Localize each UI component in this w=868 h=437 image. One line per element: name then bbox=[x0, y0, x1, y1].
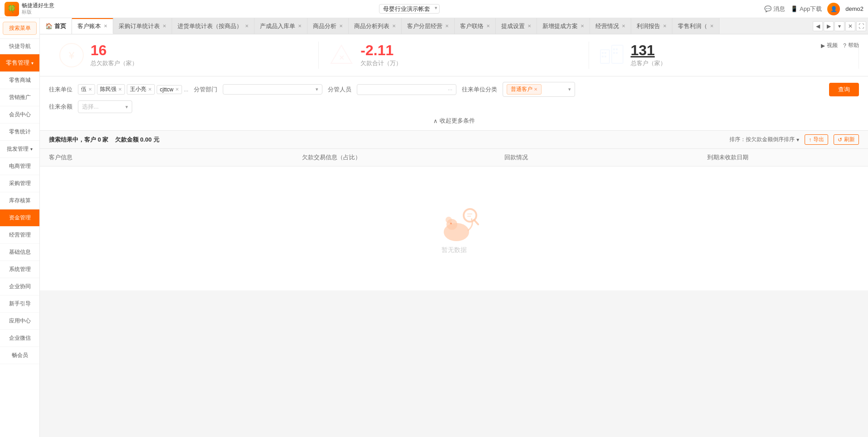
refresh-icon: ↺ bbox=[838, 137, 842, 143]
sidebar-item-wholesale[interactable]: 批发管理 ▾ bbox=[0, 141, 39, 158]
tab-promotion-settings[interactable]: 提成设置 ✕ bbox=[496, 18, 537, 34]
capital-label: 资金管理 bbox=[9, 214, 31, 222]
sidebar-item-app-center[interactable]: 应用中心 bbox=[0, 313, 39, 330]
tab-ops-status[interactable]: 经营情况 ✕ bbox=[590, 18, 631, 34]
user-avatar[interactable]: 👤 bbox=[827, 3, 840, 15]
tab-production-close[interactable]: ✕ bbox=[298, 24, 302, 28]
sidebar-item-basic-info[interactable]: 基础信息 bbox=[0, 244, 39, 261]
tab-product-analysis[interactable]: 商品分析 ✕ bbox=[307, 18, 349, 34]
sidebar-item-purchase[interactable]: 采购管理 bbox=[0, 175, 39, 192]
marketing-label: 营销推广 bbox=[9, 94, 31, 101]
sidebar-item-member[interactable]: 会员中心 bbox=[0, 106, 39, 124]
refresh-btn[interactable]: ↺ 刷新 bbox=[834, 134, 859, 145]
sidebar-item-marketing[interactable]: 营销推广 bbox=[0, 89, 39, 106]
total-credit-customers-label: 总欠款客户（家） bbox=[91, 59, 138, 67]
svg-point-17 bbox=[450, 223, 452, 224]
sidebar-item-system[interactable]: 系统管理 bbox=[0, 261, 39, 278]
sidebar-item-retail-mgmt[interactable]: 零售管理 ▾ bbox=[0, 54, 39, 72]
help-btn[interactable]: ? 帮助 bbox=[843, 42, 859, 49]
person-label: 分管人员 bbox=[328, 86, 351, 94]
tenant-select[interactable]: 母婴行业演示帐套 bbox=[379, 4, 440, 14]
col-date-label: 到期未收款日期 bbox=[707, 154, 748, 161]
tab-ops-close[interactable]: ✕ bbox=[622, 24, 625, 28]
tag-wu-close[interactable]: ✕ bbox=[88, 87, 92, 92]
tab-close-all-btn[interactable]: ✕ bbox=[845, 21, 855, 31]
tab-next-btn[interactable]: ▶ bbox=[824, 21, 834, 31]
quick-nav-btn[interactable]: 快捷导航 bbox=[0, 39, 39, 54]
tab-inventory-stats[interactable]: 进货单统计表（按商品） ✕ bbox=[172, 18, 254, 34]
dept-label: 分管部门 bbox=[194, 86, 217, 94]
sidebar-item-capital[interactable]: 资金管理 bbox=[0, 209, 39, 227]
empty-state: 暂无数据 bbox=[40, 166, 868, 290]
tab-retail-profit[interactable]: 零售利润（ ✕ bbox=[672, 18, 719, 34]
tab-purchase-order[interactable]: 采购订单统计表 ✕ bbox=[113, 18, 172, 34]
unit-category-select[interactable]: 普通客户 ✕ ▾ bbox=[503, 82, 575, 97]
dept-select[interactable]: ▾ bbox=[223, 84, 322, 95]
credit-icon: ✕ bbox=[328, 42, 355, 69]
total-credit-number: -2.11 bbox=[360, 43, 402, 57]
tag-chen-close[interactable]: ✕ bbox=[118, 87, 122, 92]
tab-accounts-receivable-close[interactable]: ✕ bbox=[104, 24, 107, 28]
sidebar-item-operations[interactable]: 经营管理 bbox=[0, 227, 39, 244]
tab-prev-btn[interactable]: ◀ bbox=[813, 21, 823, 31]
sidebar-item-vip[interactable]: 畅会员 bbox=[0, 347, 39, 364]
tab-home[interactable]: 🏠 首页 bbox=[40, 18, 72, 34]
svg-line-19 bbox=[474, 220, 478, 224]
sidebar-item-newbie[interactable]: 新手引导 bbox=[0, 295, 39, 313]
sidebar-item-wechat[interactable]: 企业微信 bbox=[0, 330, 39, 347]
message-btn[interactable]: 💬 消息 bbox=[764, 5, 785, 13]
tenant-wrapper[interactable]: 母婴行业演示帐套 bbox=[379, 4, 440, 14]
app-download-btn[interactable]: 📱 App下载 bbox=[791, 5, 822, 13]
filter-tag-cjttcw[interactable]: cjttcw ✕ bbox=[157, 85, 182, 94]
filter-tag-chen[interactable]: 陈民强 ✕ bbox=[97, 84, 125, 95]
svg-rect-10 bbox=[613, 48, 615, 50]
balance-select[interactable]: 选择... ▾ bbox=[78, 100, 132, 113]
category-tag-close[interactable]: ✕ bbox=[534, 87, 537, 92]
refresh-label: 刷新 bbox=[844, 136, 855, 143]
sort-selector[interactable]: 排序：按欠款金额倒序排序 ▾ bbox=[729, 136, 799, 143]
sidebar-item-retail-stats[interactable]: 零售统计 bbox=[0, 124, 39, 141]
tab-profit-report[interactable]: 利润报告 ✕ bbox=[631, 18, 672, 34]
tab-analysis-list-close[interactable]: ✕ bbox=[392, 24, 396, 28]
tag-cjttcw-close[interactable]: ✕ bbox=[175, 87, 179, 92]
tab-profit-close[interactable]: ✕ bbox=[663, 24, 667, 28]
category-tag-normal[interactable]: 普通客户 ✕ bbox=[507, 84, 542, 95]
tab-new-promotion[interactable]: 新增提成方案 ✕ bbox=[537, 18, 590, 34]
video-btn[interactable]: ▶ 视频 bbox=[821, 42, 838, 49]
col-header-credit: 欠款交易信息（占比） bbox=[302, 153, 504, 162]
tab-accounts-receivable[interactable]: 客户账本 ✕ bbox=[72, 18, 113, 34]
tab-production-stock[interactable]: 产成品入库单 ✕ bbox=[254, 18, 307, 34]
export-btn[interactable]: ↑ 导出 bbox=[805, 134, 828, 145]
tab-customer-connect-close[interactable]: ✕ bbox=[486, 24, 490, 28]
collapse-btn[interactable]: ∧ 收起更多条件 bbox=[49, 117, 859, 125]
search-btn[interactable]: 查询 bbox=[829, 83, 859, 96]
system-label: 系统管理 bbox=[9, 266, 31, 273]
tab-purchase-close[interactable]: ✕ bbox=[163, 24, 166, 28]
tab-product-analysis-close[interactable]: ✕ bbox=[339, 24, 343, 28]
svg-text:✕: ✕ bbox=[338, 54, 344, 62]
sidebar-item-retail-mall[interactable]: 零售商城 bbox=[0, 72, 39, 89]
tab-customer-connect[interactable]: 客户联络 ✕ bbox=[455, 18, 496, 34]
tag-wang-close[interactable]: ✕ bbox=[148, 87, 152, 92]
search-menu-btn[interactable]: 搜索菜单 bbox=[3, 22, 37, 35]
tab-promotion-close[interactable]: ✕ bbox=[528, 24, 531, 28]
col-header-customer: 客户信息 bbox=[49, 153, 302, 162]
credit-prefix: 欠款金额 bbox=[115, 136, 139, 143]
tab-customer-tier[interactable]: 客户分层经营 ✕ bbox=[402, 18, 455, 34]
tab-new-promotion-close[interactable]: ✕ bbox=[580, 24, 584, 28]
svg-rect-6 bbox=[602, 52, 604, 54]
tab-product-analysis-list[interactable]: 商品分析列表 ✕ bbox=[349, 18, 402, 34]
filter-more-btn[interactable]: ... bbox=[184, 86, 188, 93]
tab-menu-btn[interactable]: ▾ bbox=[834, 21, 844, 31]
filter-tag-wang[interactable]: 王小亮 ✕ bbox=[127, 84, 155, 95]
sidebar-item-ecommerce[interactable]: 电商管理 bbox=[0, 158, 39, 175]
tab-customer-tier-close[interactable]: ✕ bbox=[445, 24, 449, 28]
tab-inventory-stats-close[interactable]: ✕ bbox=[245, 24, 249, 28]
sidebar-item-inventory[interactable]: 库存核算 bbox=[0, 192, 39, 209]
tab-expand-btn[interactable]: ⛶ bbox=[856, 21, 866, 31]
person-select[interactable]: ··· bbox=[357, 84, 456, 95]
col-customer-label: 客户信息 bbox=[49, 154, 72, 161]
filter-tag-wu[interactable]: 伍 ✕ bbox=[78, 84, 95, 95]
tab-retail-profit-close[interactable]: ✕ bbox=[710, 24, 714, 28]
sidebar-item-enterprise[interactable]: 企业协同 bbox=[0, 278, 39, 295]
